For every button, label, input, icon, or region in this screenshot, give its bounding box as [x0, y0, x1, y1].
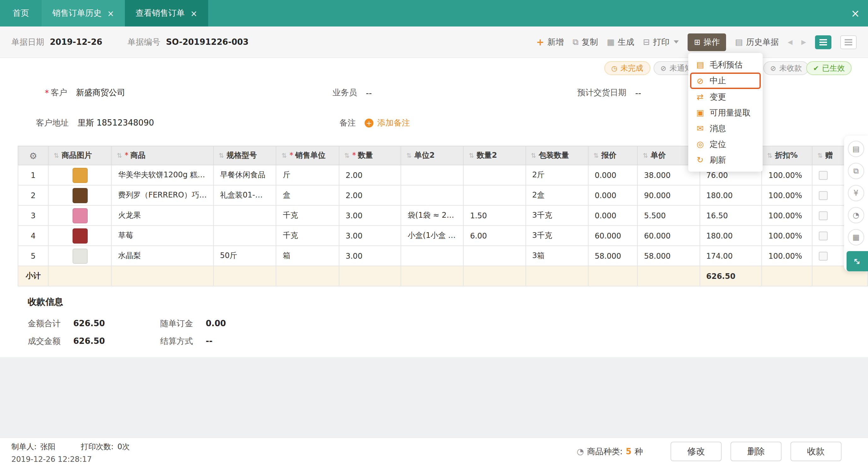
gift-checkbox[interactable]: [819, 231, 828, 240]
tab-home[interactable]: 首页: [0, 0, 42, 27]
operate-button[interactable]: ⊞ 操作: [688, 33, 726, 51]
sort-icon[interactable]: ⇅: [344, 152, 350, 159]
pie-icon: ◔: [577, 447, 584, 456]
menu-item-refresh[interactable]: ↻ 刷新: [688, 152, 763, 168]
menu-item-locate[interactable]: ◎ 定位: [688, 136, 763, 152]
product-image[interactable]: [72, 208, 87, 223]
table-row[interactable]: 2费列罗（FERRERO）巧…礼盒装01-…盒2.002盒0.00090.000…: [18, 185, 868, 205]
product-image[interactable]: [72, 248, 87, 264]
row-number: 1: [18, 165, 48, 185]
add-remark-button[interactable]: + 添加备注: [365, 117, 410, 129]
table-row[interactable]: 3火龙果千克3.00袋(1袋 ≈ 2…1.503千克0.0005.50016.5…: [18, 205, 868, 225]
subtotal-empty-cell: [213, 266, 276, 286]
column-label: 商品: [130, 151, 146, 160]
add-remark-label: 添加备注: [377, 117, 410, 129]
grid-view-toggle[interactable]: [840, 35, 857, 49]
tab-close-icon[interactable]: ×: [190, 8, 197, 18]
remark-field: 备注 + 添加备注: [339, 117, 410, 129]
package-icon[interactable]: ▦: [848, 229, 864, 245]
generate-icon: ▦: [607, 37, 615, 47]
modify-button[interactable]: 修改: [671, 442, 722, 461]
product-image-cell: [48, 205, 111, 225]
menu-item-profit-estimate[interactable]: ▤ 毛利预估: [688, 57, 763, 72]
sort-icon[interactable]: ⇅: [767, 152, 772, 159]
cell-pkg: 2盒: [525, 185, 588, 205]
sort-icon[interactable]: ⇅: [817, 152, 823, 159]
expand-button[interactable]: ↔: [846, 251, 868, 271]
prev-document-button[interactable]: ◀: [787, 38, 792, 45]
add-button[interactable]: + 新增: [536, 36, 564, 48]
sort-icon[interactable]: ⇅: [54, 152, 59, 159]
cell-amount: 180.00: [700, 185, 762, 205]
category-label: 商品种类:: [587, 446, 623, 457]
product-image[interactable]: [72, 188, 87, 203]
abort-icon: ⊘: [696, 76, 705, 86]
menu-item-abort[interactable]: ⊘ 中止: [690, 72, 761, 89]
menu-item-message[interactable]: ✉ 消息: [688, 121, 763, 136]
button-label: 复制: [582, 36, 598, 48]
cell-amount: 174.00: [700, 246, 762, 266]
product-image[interactable]: [72, 228, 87, 243]
menu-item-available-extract[interactable]: ▣ 可用量提取: [688, 105, 763, 121]
column-label: 数量: [358, 151, 373, 160]
copy-button[interactable]: ⧉ 复制: [572, 36, 598, 48]
column-header: ⇅包装数量: [525, 146, 588, 165]
subtotal-label: 小计: [18, 266, 48, 286]
form-icon[interactable]: ▤: [848, 141, 864, 157]
sort-icon[interactable]: ⇅: [282, 152, 287, 159]
side-tool-panel: ▤ ⧉ ¥ ◔ ▦ ↔: [844, 136, 868, 271]
settlement-field: 结算方式 --: [160, 336, 213, 347]
required-mark: *: [289, 151, 293, 160]
history-documents-button[interactable]: ▤ 历史单据: [735, 36, 779, 48]
tab-view-sales-order[interactable]: 查看销售订单 ×: [125, 0, 208, 27]
print-button[interactable]: ⊟ 打印: [643, 36, 679, 48]
sort-icon[interactable]: ⇅: [593, 152, 599, 159]
link-icon[interactable]: ⧉: [848, 163, 864, 179]
field-label: 客户地址: [36, 117, 69, 129]
close-icon[interactable]: ×: [851, 0, 860, 27]
required-mark: *: [352, 151, 356, 160]
sort-icon[interactable]: ⇅: [531, 152, 536, 159]
cell-quote: 60.000: [588, 225, 638, 246]
column-header: ⇅*销售单位: [276, 146, 339, 165]
receive-payment-button[interactable]: 收款: [790, 442, 841, 461]
gift-checkbox[interactable]: [819, 252, 828, 260]
sort-icon[interactable]: ⇅: [469, 152, 474, 159]
row-number: 4: [18, 225, 48, 246]
product-image[interactable]: [72, 167, 87, 183]
customer-field: * 客户 新盛商贸公司: [45, 87, 125, 98]
sort-icon[interactable]: ⇅: [407, 152, 412, 159]
list-view-toggle[interactable]: [815, 35, 831, 49]
cell-spec: 礼盒装01-…: [213, 185, 276, 205]
cell-unit2: [401, 185, 464, 205]
deal-amount-value: 626.50: [73, 336, 105, 346]
next-document-button[interactable]: ▶: [801, 38, 806, 45]
history-icon[interactable]: ◔: [848, 207, 864, 223]
delete-button[interactable]: 删除: [731, 442, 782, 461]
cell-product: 草莓: [111, 225, 213, 246]
tab-sales-order-history[interactable]: 销售订单历史 ×: [42, 0, 125, 27]
field-label: 业务员: [333, 87, 357, 98]
generate-button[interactable]: ▦ 生成: [607, 36, 634, 48]
table-row[interactable]: 4草莓千克3.00小盒(1小盒 …6.003千克60.00060.000180.…: [18, 225, 868, 246]
plus-icon: +: [365, 119, 373, 127]
document-audit-info: 制单人: 张阳 打印次数: 0次 2019-12-26 12:28:17: [11, 442, 130, 464]
column-header: ⇅规格型号: [213, 146, 276, 165]
sort-icon[interactable]: ⇅: [643, 152, 648, 159]
doc-no-label: 单据编号: [127, 36, 160, 48]
cell-qty2: [463, 185, 525, 205]
cell-discount: 100.00%: [762, 225, 812, 246]
gift-checkbox[interactable]: [819, 211, 828, 220]
sort-icon[interactable]: ⇅: [117, 152, 122, 159]
document-icon: ▤: [735, 37, 743, 47]
table-row[interactable]: 5水晶梨50斤箱3.003箱58.00058.000174.00100.00%: [18, 246, 868, 266]
gear-icon[interactable]: ⚙: [29, 151, 37, 161]
gift-checkbox[interactable]: [819, 191, 828, 200]
tab-close-icon[interactable]: ×: [107, 8, 114, 18]
sort-icon[interactable]: ⇅: [219, 152, 224, 159]
cell-qty: 3.00: [339, 205, 401, 225]
gift-checkbox[interactable]: [819, 171, 828, 180]
column-label: 包装数量: [539, 151, 569, 160]
menu-item-change[interactable]: ⇄ 变更: [688, 89, 763, 105]
currency-icon[interactable]: ¥: [848, 185, 864, 201]
